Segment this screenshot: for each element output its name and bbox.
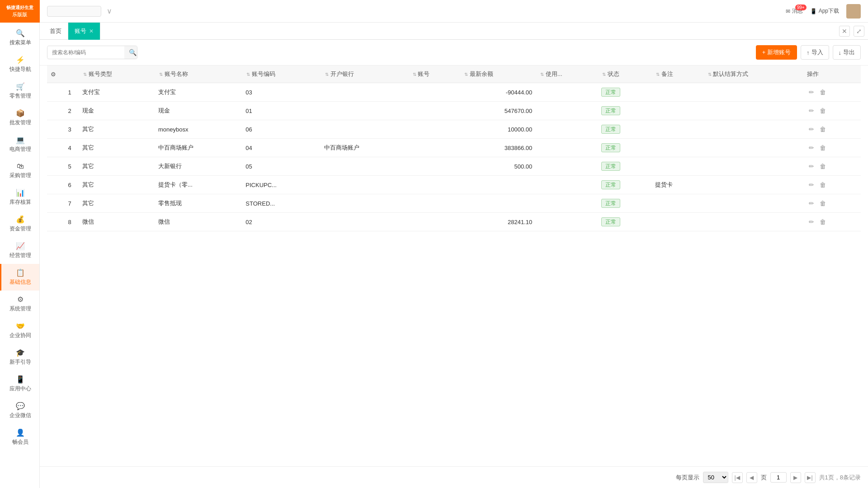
delete-button[interactable]: 🗑 xyxy=(818,106,828,115)
table-row: 8 微信 微信 02 28241.10 正常 ✏ 🗑 xyxy=(47,213,861,231)
col-remark[interactable]: ⇅ 备注 xyxy=(651,66,703,83)
app-download-button[interactable]: 📱 App下载 xyxy=(810,7,839,15)
delete-button[interactable]: 🗑 xyxy=(818,125,828,134)
last-page-button[interactable]: ▶| xyxy=(805,472,816,483)
export-label: 导出 xyxy=(843,48,855,56)
row-bank xyxy=(321,120,408,139)
col-default-settle[interactable]: ⇅ 默认结算方式 xyxy=(703,66,803,83)
sidebar-item-label: 应用中心 xyxy=(9,385,31,393)
row-actions: ✏ 🗑 xyxy=(803,157,861,176)
page-input[interactable] xyxy=(770,472,787,483)
export-icon: ↓ xyxy=(839,49,842,56)
sidebar-item-wechat[interactable]: 💬 企业微信 xyxy=(0,397,39,424)
sidebar-item-member[interactable]: 👤 畅会员 xyxy=(0,424,39,450)
app-download-label: App下载 xyxy=(819,7,839,15)
app-icon: 📱 xyxy=(810,8,817,14)
delete-button[interactable]: 🗑 xyxy=(818,162,828,171)
delete-button[interactable]: 🗑 xyxy=(818,143,828,152)
row-actions: ✏ 🗑 xyxy=(803,139,861,157)
tab-home[interactable]: 首页 xyxy=(43,23,68,40)
row-status: 正常 xyxy=(598,176,651,194)
col-gear[interactable]: ⚙ xyxy=(47,66,61,83)
sidebar-item-app-center[interactable]: 📱 应用中心 xyxy=(0,371,39,397)
col-account[interactable]: ⇅ 账号 xyxy=(408,66,460,83)
topbar-right: ✉ 消息 99+ 📱 App下载 xyxy=(786,4,861,19)
row-default-settle xyxy=(703,176,803,194)
search-button[interactable]: 🔍 xyxy=(124,46,137,59)
message-button[interactable]: ✉ 消息 99+ xyxy=(786,7,803,15)
sidebar-item-purchase[interactable]: 🛍 采购管理 xyxy=(0,158,39,184)
tab-accounts[interactable]: 账号 ✕ xyxy=(68,23,100,40)
next-page-button[interactable]: ▶ xyxy=(790,472,801,483)
col-status[interactable]: ⇅ 状态 xyxy=(598,66,651,83)
row-actions: ✏ 🗑 xyxy=(803,213,861,231)
tab-close-all-button[interactable]: ✕ xyxy=(839,26,850,37)
col-type[interactable]: ⇅ 账号类型 xyxy=(79,66,155,83)
edit-button[interactable]: ✏ xyxy=(807,199,816,208)
col-name[interactable]: ⇅ 账号名称 xyxy=(155,66,242,83)
edit-button[interactable]: ✏ xyxy=(807,125,816,134)
add-account-button[interactable]: + 新增账号 xyxy=(756,45,797,60)
sidebar-item-ecommerce[interactable]: 💻 电商管理 xyxy=(0,131,39,158)
tab-accounts-close[interactable]: ✕ xyxy=(89,28,94,34)
topbar-dropdown-icon[interactable]: ∨ xyxy=(107,7,112,15)
col-balance[interactable]: ⇅ 最新余额 xyxy=(460,66,536,83)
tab-home-label: 首页 xyxy=(50,27,61,35)
row-type: 现金 xyxy=(79,102,155,120)
edit-button[interactable]: ✏ xyxy=(807,162,816,171)
row-status: 正常 xyxy=(598,139,651,157)
sidebar-item-quick-nav[interactable]: ⚡ 快捷导航 xyxy=(0,51,39,78)
per-page-select[interactable]: 50 100 200 xyxy=(703,472,728,483)
app-logo: 畅捷通好生意 乐版版 xyxy=(0,0,40,23)
row-bank xyxy=(321,83,408,102)
edit-button[interactable]: ✏ xyxy=(807,88,816,97)
col-usage[interactable]: ⇅ 使用... xyxy=(536,66,598,83)
sidebar-item-system[interactable]: ⚙ 系统管理 xyxy=(0,291,39,317)
delete-button[interactable]: 🗑 xyxy=(818,180,828,189)
delete-button[interactable]: 🗑 xyxy=(818,217,828,226)
sidebar-item-finance[interactable]: 💰 资金管理 xyxy=(0,211,39,237)
row-gear xyxy=(47,157,61,176)
search-input[interactable] xyxy=(47,47,124,58)
export-button[interactable]: ↓ 导出 xyxy=(833,45,861,60)
sidebar: 畅捷通好生意 乐版版 🔍 搜索菜单 ⚡ 快捷导航 🛒 零售管理 📦 批发管理 💻… xyxy=(0,0,40,488)
row-default-settle xyxy=(703,83,803,102)
edit-button[interactable]: ✏ xyxy=(807,217,816,226)
row-actions: ✏ 🗑 xyxy=(803,120,861,139)
sidebar-item-basic-info[interactable]: 📋 基础信息 xyxy=(0,264,39,291)
basic-info-icon: 📋 xyxy=(16,268,25,277)
delete-button[interactable]: 🗑 xyxy=(818,199,828,208)
edit-button[interactable]: ✏ xyxy=(807,106,816,115)
row-usage xyxy=(536,157,598,176)
user-avatar[interactable] xyxy=(846,4,861,19)
delete-button[interactable]: 🗑 xyxy=(818,88,828,97)
edit-button[interactable]: ✏ xyxy=(807,143,816,152)
sidebar-item-operations[interactable]: 📈 经营管理 xyxy=(0,237,39,264)
topbar-search-input[interactable] xyxy=(47,6,101,17)
col-code[interactable]: ⇅ 账号编码 xyxy=(242,66,321,83)
col-bank[interactable]: ⇅ 开户银行 xyxy=(321,66,408,83)
row-actions: ✏ 🗑 xyxy=(803,83,861,102)
sidebar-nav: 🔍 搜索菜单 ⚡ 快捷导航 🛒 零售管理 📦 批发管理 💻 电商管理 🛍 采购管… xyxy=(0,23,39,488)
sidebar-item-retail[interactable]: 🛒 零售管理 xyxy=(0,78,39,104)
sidebar-item-wholesale[interactable]: 📦 批发管理 xyxy=(0,104,39,131)
row-remark xyxy=(651,83,703,102)
first-page-button[interactable]: |◀ xyxy=(732,472,743,483)
prev-page-button[interactable]: ◀ xyxy=(746,472,757,483)
sidebar-item-guide[interactable]: 🎓 新手引导 xyxy=(0,344,39,371)
row-remark xyxy=(651,102,703,120)
sidebar-item-search-menu[interactable]: 🔍 搜索菜单 xyxy=(0,24,39,51)
table-row: 5 其它 大新银行 05 500.00 正常 ✏ 🗑 xyxy=(47,157,861,176)
sidebar-item-inventory[interactable]: 📊 库存核算 xyxy=(0,184,39,211)
row-name: moneybosx xyxy=(155,120,242,139)
tab-expand-button[interactable]: ⤢ xyxy=(854,26,864,37)
edit-button[interactable]: ✏ xyxy=(807,180,816,189)
import-button[interactable]: ↑ 导入 xyxy=(801,45,829,60)
sidebar-item-label: 新手引导 xyxy=(9,358,31,366)
row-num: 3 xyxy=(61,120,79,139)
row-code: 04 xyxy=(242,139,321,157)
row-status: 正常 xyxy=(598,120,651,139)
sidebar-item-enterprise[interactable]: 🤝 企业协同 xyxy=(0,317,39,344)
topbar: ∨ ✉ 消息 99+ 📱 App下载 xyxy=(40,0,868,23)
sidebar-item-label: 零售管理 xyxy=(9,92,31,100)
